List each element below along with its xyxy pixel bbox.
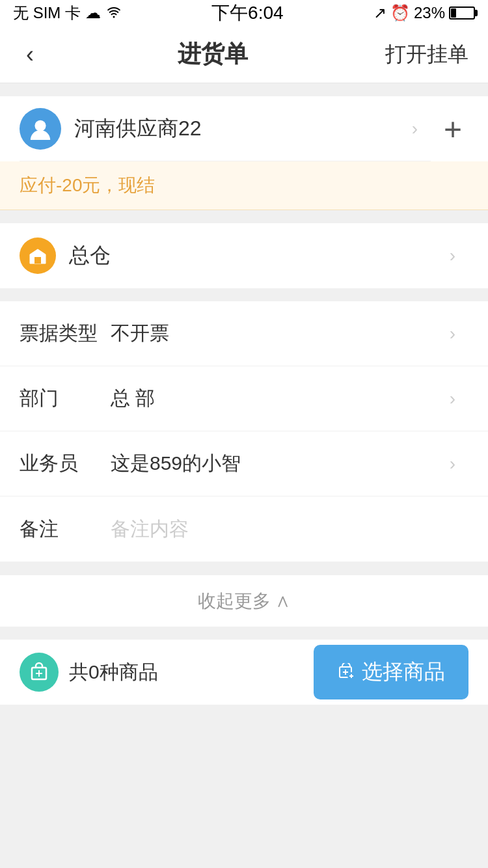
supplier-section: 河南供应商22 › + <box>0 96 488 161</box>
alarm-icon: ⏰ <box>390 4 410 22</box>
salesman-chevron-icon: › <box>450 454 455 474</box>
invoice-chevron-icon: › <box>450 323 455 344</box>
back-button[interactable]: ‹ <box>20 34 40 75</box>
status-time: 下午6:04 <box>211 1 284 25</box>
gap-1 <box>0 83 488 96</box>
invoice-type-value: 不开票 <box>104 320 450 347</box>
select-product-button[interactable]: 选择商品 <box>314 645 468 699</box>
remark-input[interactable]: 备注内容 <box>104 516 468 543</box>
notice-banner: 应付-20元，现结 <box>0 161 488 210</box>
open-pending-button[interactable]: 打开挂单 <box>385 40 468 69</box>
battery-percent: 23% <box>414 4 445 22</box>
product-count-area: 共0种商品 <box>20 653 158 692</box>
nav-bar: ‹ 进货单 打开挂单 <box>0 26 488 83</box>
product-count-text: 共0种商品 <box>69 659 158 686</box>
add-supplier-button[interactable]: + <box>431 105 468 154</box>
invoice-type-label: 票据类型 <box>20 320 104 347</box>
sim-label: 无 SIM 卡 ☁ <box>13 3 101 23</box>
department-row[interactable]: 部门 总 部 › <box>0 366 488 431</box>
status-right: ↗ ⏰ 23% <box>373 4 475 22</box>
product-count-icon <box>20 653 59 692</box>
supplier-row[interactable]: 河南供应商22 › <box>20 96 431 161</box>
supplier-avatar <box>20 108 61 150</box>
warehouse-section[interactable]: 总仓 › <box>0 223 488 288</box>
collapse-button[interactable]: 收起更多 ∧ <box>0 575 488 627</box>
invoice-type-row[interactable]: 票据类型 不开票 › <box>0 301 488 366</box>
warehouse-icon <box>20 237 56 274</box>
wifi-icon <box>106 4 122 22</box>
battery-icon <box>449 7 475 20</box>
supplier-chevron-icon: › <box>412 118 418 139</box>
page-title: 进货单 <box>178 38 248 70</box>
warehouse-chevron-icon: › <box>450 245 455 266</box>
gap-2 <box>0 210 488 223</box>
salesman-row[interactable]: 业务员 这是859的小智 › <box>0 431 488 496</box>
form-section: 票据类型 不开票 › 部门 总 部 › 业务员 这是859的小智 › 备注 备注… <box>0 301 488 562</box>
status-bar: 无 SIM 卡 ☁ 下午6:04 ↗ ⏰ 23% <box>0 0 488 26</box>
remark-label: 备注 <box>20 516 104 543</box>
salesman-label: 业务员 <box>20 450 104 477</box>
supplier-name: 河南供应商22 <box>74 115 412 143</box>
location-icon: ↗ <box>373 4 386 22</box>
svg-rect-1 <box>34 257 41 264</box>
svg-point-0 <box>34 120 46 131</box>
salesman-value: 这是859的小智 <box>104 450 450 477</box>
remark-row[interactable]: 备注 备注内容 <box>0 496 488 562</box>
department-value: 总 部 <box>104 385 450 412</box>
remaining-background <box>0 705 488 868</box>
department-label: 部门 <box>20 385 104 412</box>
bottom-bar: 共0种商品 选择商品 <box>0 640 488 705</box>
select-product-label: 选择商品 <box>362 658 445 686</box>
department-chevron-icon: › <box>450 388 455 409</box>
warehouse-name: 总仓 <box>69 241 450 270</box>
status-left: 无 SIM 卡 ☁ <box>13 3 122 23</box>
